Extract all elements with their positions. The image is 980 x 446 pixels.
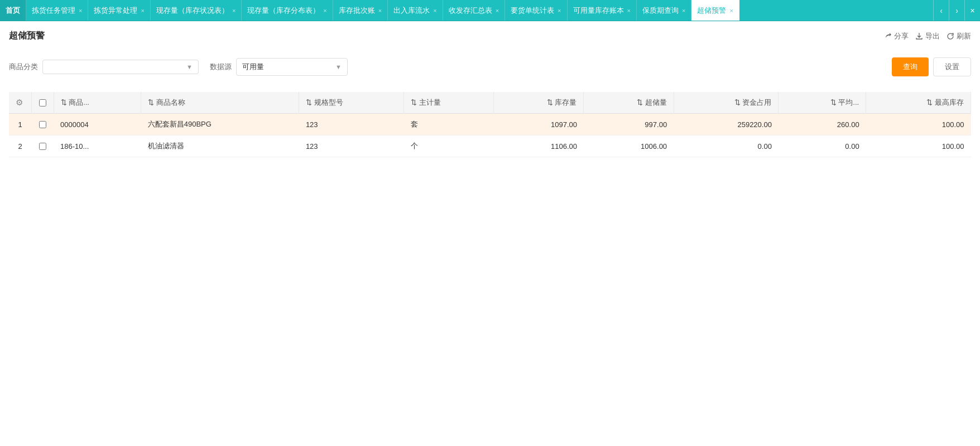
- nav-inventory-batch[interactable]: 库存批次账 ×: [333, 0, 388, 21]
- nav-refining-task[interactable]: 拣货任务管理 ×: [26, 0, 88, 21]
- page-title: 超储预警: [9, 30, 45, 42]
- table-row: 1 0000004 六配套新昌490BPG 123 套 1097.00 997.…: [9, 114, 971, 135]
- datasource-select[interactable]: 可用量 ▼: [236, 58, 348, 76]
- nav-close-all-btn[interactable]: ×: [964, 0, 980, 21]
- close-inventory-batch[interactable]: ×: [378, 7, 382, 14]
- col-checkbox: [31, 92, 54, 114]
- datasource-value: 可用量: [242, 62, 264, 72]
- unit-cell: 个: [404, 135, 494, 157]
- share-button[interactable]: 分享: [884, 31, 909, 41]
- datasource-label: 数据源: [210, 62, 232, 72]
- col-spec: ⇅ 规格型号: [299, 92, 404, 114]
- inventory-cell: 1097.00: [494, 114, 584, 135]
- max-inventory-cell: 100.00: [866, 135, 971, 157]
- close-order-stats[interactable]: ×: [558, 7, 561, 14]
- close-receive-summary[interactable]: ×: [496, 7, 499, 14]
- nav-order-stats[interactable]: 要货单统计表 ×: [505, 0, 567, 21]
- nav-overstock-warning[interactable]: 超储预警 ×: [691, 0, 739, 21]
- nav-receive-summary[interactable]: 收发存汇总表 ×: [443, 0, 505, 21]
- row-checkbox[interactable]: [39, 121, 46, 128]
- product-code-cell: 186-10...: [54, 135, 141, 157]
- overstock-cell: 1006.00: [584, 135, 674, 157]
- max-inventory-cell: 100.00: [866, 114, 971, 135]
- nav-arrows: ‹ › ×: [933, 0, 980, 21]
- spec-cell: 123: [299, 135, 404, 157]
- export-icon: [915, 32, 923, 40]
- nav-inventory-dist[interactable]: 现存量（库存分布表） ×: [242, 0, 333, 21]
- product-name-cell: 机油滤清器: [141, 135, 299, 157]
- table-row: 2 186-10... 机油滤清器 123 个 1106.00 1006.00 …: [9, 135, 971, 157]
- col-capital: ⇅ 资金占用: [674, 92, 779, 114]
- close-inventory-dist[interactable]: ×: [323, 7, 326, 14]
- settings-button[interactable]: 设置: [933, 57, 971, 76]
- settings-gear-icon[interactable]: ⚙: [16, 98, 23, 107]
- product-code-cell: 0000004: [54, 114, 141, 135]
- col-product-code: ⇅ 商品...: [54, 92, 141, 114]
- category-label: 商品分类: [9, 62, 38, 72]
- nav-bar: 首页 拣货任务管理 × 拣货异常处理 × 现存量（库存状况表） × 现存量（库存…: [0, 0, 980, 21]
- close-refining-abnormal[interactable]: ×: [141, 7, 144, 14]
- category-select[interactable]: ▼: [42, 60, 199, 74]
- capital-cell: 259220.00: [674, 114, 779, 135]
- refresh-icon: [947, 32, 954, 40]
- select-all-checkbox[interactable]: [39, 99, 46, 106]
- spec-cell: 123: [299, 114, 404, 135]
- close-refining-task[interactable]: ×: [79, 7, 82, 14]
- category-filter: 商品分类 ▼: [9, 60, 199, 74]
- col-product-name: ⇅ 商品名称: [141, 92, 299, 114]
- overstock-cell: 997.00: [584, 114, 674, 135]
- filter-bar: 商品分类 ▼ 数据源 可用量 ▼ 查询 设置: [9, 51, 971, 83]
- table-header-row: ⚙ ⇅ 商品... ⇅ 商品名称 ⇅ 规格型号: [9, 92, 971, 114]
- datasource-filter: 数据源 可用量 ▼: [210, 58, 348, 76]
- row-num-cell: 2: [9, 135, 31, 157]
- share-icon: [884, 32, 892, 40]
- inventory-cell: 1106.00: [494, 135, 584, 157]
- capital-cell: 0.00: [674, 135, 779, 157]
- nav-next-btn[interactable]: ›: [949, 0, 964, 21]
- close-available-account[interactable]: ×: [627, 7, 631, 14]
- page-header: 超储预警 分享 导出 刷新: [9, 30, 971, 42]
- nav-inout-flow[interactable]: 出入库流水 ×: [388, 0, 443, 21]
- nav-prev-btn[interactable]: ‹: [933, 0, 949, 21]
- refresh-button[interactable]: 刷新: [947, 31, 971, 41]
- col-max-inventory: ⇅ 最高库存: [866, 92, 971, 114]
- filter-actions: 查询 设置: [892, 57, 971, 76]
- avg-cell: 260.00: [779, 114, 866, 135]
- nav-inventory-status[interactable]: 现存量（库存状况表） ×: [151, 0, 242, 21]
- chevron-down-icon: ▼: [186, 64, 193, 70]
- data-table: ⚙ ⇅ 商品... ⇅ 商品名称 ⇅ 规格型号: [9, 92, 971, 157]
- col-unit: ⇅ 主计量: [404, 92, 494, 114]
- product-name-cell: 六配套新昌490BPG: [141, 114, 299, 135]
- unit-cell: 套: [404, 114, 494, 135]
- nav-home[interactable]: 首页: [0, 0, 26, 21]
- row-checkbox-cell: [31, 135, 54, 157]
- close-inout-flow[interactable]: ×: [433, 7, 436, 14]
- col-overstock: ⇅ 超储量: [584, 92, 674, 114]
- nav-available-account[interactable]: 可用量库存账本 ×: [568, 0, 637, 21]
- row-checkbox[interactable]: [39, 143, 46, 150]
- col-avg: ⇅ 平均...: [779, 92, 866, 114]
- export-button[interactable]: 导出: [915, 31, 940, 41]
- chevron-down-icon2: ▼: [335, 64, 342, 70]
- col-inventory: ⇅ 库存量: [494, 92, 584, 114]
- nav-refining-abnormal[interactable]: 拣货异常处理 ×: [88, 0, 150, 21]
- avg-cell: 0.00: [779, 135, 866, 157]
- close-expiry-check[interactable]: ×: [682, 7, 685, 14]
- query-button[interactable]: 查询: [892, 57, 929, 76]
- row-checkbox-cell: [31, 114, 54, 135]
- nav-expiry-check[interactable]: 保质期查询 ×: [637, 0, 691, 21]
- close-overstock-warning[interactable]: ×: [729, 7, 733, 14]
- close-inventory-status[interactable]: ×: [232, 7, 236, 14]
- col-settings: ⚙: [9, 92, 31, 114]
- row-num-cell: 1: [9, 114, 31, 135]
- header-actions: 分享 导出 刷新: [884, 31, 971, 41]
- page-container: 超储预警 分享 导出 刷新 商品: [0, 21, 980, 446]
